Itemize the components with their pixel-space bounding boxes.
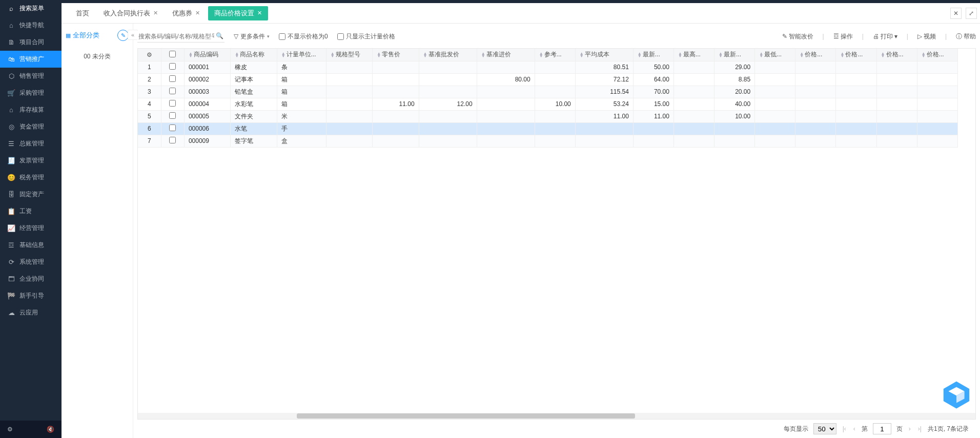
print-button[interactable]: 🖨打印▾ <box>873 32 897 41</box>
sort-icon[interactable]: ▲▼ <box>759 52 763 57</box>
sidebar-item-12[interactable]: 📋工资 <box>0 203 62 220</box>
sort-icon[interactable]: ▲▼ <box>281 52 285 57</box>
next-page-button[interactable]: › <box>908 425 912 432</box>
column-header[interactable]: ▲▼规格型号 <box>326 49 372 61</box>
column-header[interactable]: ▲▼最高... <box>673 49 714 61</box>
sort-icon[interactable]: ▲▼ <box>678 52 682 57</box>
sort-icon[interactable]: ▲▼ <box>800 52 804 57</box>
column-header[interactable]: ▲▼价格... <box>836 49 876 61</box>
sidebar-item-1[interactable]: ⌂快捷导航 <box>0 17 62 34</box>
tree-node[interactable]: 00 未分类 <box>66 52 129 61</box>
help-button[interactable]: ⓘ帮助 <box>956 32 976 41</box>
search-icon[interactable]: 🔍 <box>216 32 223 39</box>
sidebar-item-6[interactable]: ⌂库存核算 <box>0 101 62 118</box>
sort-icon[interactable]: ▲▼ <box>377 52 381 57</box>
sound-icon[interactable]: 🔇 <box>47 426 54 433</box>
sidebar-item-13[interactable]: 📈经营管理 <box>0 220 62 237</box>
tree-header[interactable]: 全部分类 <box>73 31 99 40</box>
close-all-tabs-button[interactable]: ✕ <box>950 8 962 19</box>
tab-1[interactable]: 收入合同执行表✕ <box>97 6 164 20</box>
perpage-select[interactable]: 50 <box>813 423 836 434</box>
horizontal-scrollbar[interactable] <box>138 413 975 419</box>
smart-price-button[interactable]: ✎智能改价 <box>782 32 813 41</box>
tab-close-icon[interactable]: ✕ <box>195 10 200 16</box>
sidebar-item-8[interactable]: ☰总账管理 <box>0 135 62 152</box>
column-header[interactable]: ▲▼计量单位... <box>277 49 326 61</box>
column-header[interactable]: ⚙ <box>138 49 161 61</box>
sort-icon[interactable]: ▲▼ <box>881 52 885 57</box>
column-header[interactable]: ▲▼价格... <box>917 49 957 61</box>
row-checkbox[interactable] <box>169 88 176 94</box>
column-header[interactable]: ▲▼参考... <box>535 49 575 61</box>
sidebar-item-18[interactable]: ☁云应用 <box>0 304 62 321</box>
tab-2[interactable]: 优惠券✕ <box>166 6 206 20</box>
sort-icon[interactable]: ▲▼ <box>580 52 584 57</box>
sort-icon[interactable]: ▲▼ <box>481 52 485 57</box>
row-checkbox[interactable] <box>169 100 176 107</box>
column-header[interactable]: ▲▼最新... <box>633 49 673 61</box>
tree-edit-icon[interactable]: ✎ <box>117 30 129 41</box>
row-checkbox[interactable] <box>169 124 176 131</box>
sort-icon[interactable]: ▲▼ <box>922 52 926 57</box>
column-header[interactable]: ▲▼零售价 <box>373 49 419 61</box>
video-button[interactable]: ▷视频 <box>917 32 936 41</box>
select-all-checkbox[interactable] <box>169 51 176 57</box>
sidebar-item-4[interactable]: ⬡销售管理 <box>0 68 62 85</box>
tree-collapse-button[interactable]: « <box>128 30 138 40</box>
sidebar-item-0[interactable]: ⌕搜索菜单 <box>0 0 62 17</box>
column-header[interactable]: ▲▼基准批发价 <box>419 49 477 61</box>
table-row[interactable]: 1000001橡皮条80.5150.0029.00 <box>138 61 958 73</box>
sidebar-item-2[interactable]: 🗎项目合同 <box>0 34 62 51</box>
search-input[interactable] <box>137 31 224 43</box>
prev-page-button[interactable]: ‹ <box>852 425 856 432</box>
sidebar-item-14[interactable]: ☲基础信息 <box>0 237 62 254</box>
tab-close-icon[interactable]: ✕ <box>257 10 262 16</box>
page-input[interactable] <box>873 423 891 434</box>
sort-icon[interactable]: ▲▼ <box>331 52 335 57</box>
sidebar-item-10[interactable]: 😊税务管理 <box>0 169 62 186</box>
column-header[interactable]: ▲▼最新... <box>714 49 755 61</box>
sidebar-item-3[interactable]: 🛍营销推广 <box>0 51 62 68</box>
column-header[interactable]: ▲▼基准进价 <box>477 49 535 61</box>
hide-zero-price-checkbox[interactable]: 不显示价格为0 <box>279 32 328 41</box>
sidebar-item-5[interactable]: 🛒采购管理 <box>0 85 62 101</box>
expand-button[interactable]: ⤢ <box>966 8 977 19</box>
column-header[interactable]: ▲▼最低... <box>755 49 795 61</box>
sort-icon[interactable]: ▲▼ <box>539 52 543 57</box>
row-checkbox[interactable] <box>169 63 176 70</box>
sidebar-item-11[interactable]: 🗄固定资产 <box>0 186 62 203</box>
sidebar-item-16[interactable]: 🗔企业协同 <box>0 270 62 287</box>
column-header[interactable]: ▲▼价格... <box>876 49 917 61</box>
table-row[interactable]: 2000002记事本箱80.0072.1264.008.85 <box>138 73 958 86</box>
table-row[interactable]: 7000009签字笔盒 <box>138 135 958 147</box>
first-page-button[interactable]: |‹ <box>842 425 847 432</box>
table-row[interactable]: 6000006水笔手 <box>138 122 958 135</box>
table-row[interactable]: 5000005文件夹米11.0011.0010.00 <box>138 110 958 122</box>
sort-icon[interactable]: ▲▼ <box>719 52 723 57</box>
sidebar-item-7[interactable]: ◎资金管理 <box>0 118 62 135</box>
column-header[interactable]: ▲▼价格... <box>795 49 836 61</box>
sort-icon[interactable]: ▲▼ <box>840 52 844 57</box>
sidebar-item-15[interactable]: ⟳系统管理 <box>0 254 62 270</box>
sidebar-item-17[interactable]: 🏁新手引导 <box>0 287 62 304</box>
gear-icon[interactable]: ⚙ <box>147 51 152 58</box>
row-checkbox[interactable] <box>169 112 176 119</box>
sort-icon[interactable]: ▲▼ <box>423 52 427 57</box>
row-checkbox[interactable] <box>169 137 176 143</box>
settings-icon[interactable]: ⚙ <box>7 426 13 433</box>
row-checkbox[interactable] <box>169 75 176 82</box>
assistant-floater[interactable] <box>941 380 972 410</box>
tab-3[interactable]: 商品价格设置✕ <box>208 6 268 20</box>
column-header[interactable]: ▲▼商品名称 <box>231 49 277 61</box>
column-header[interactable]: ▲▼平均成本 <box>575 49 633 61</box>
table-row[interactable]: 4000004水彩笔箱11.0012.0010.0053.2415.0040.0… <box>138 98 958 110</box>
only-main-unit-checkbox[interactable]: 只显示主计量价格 <box>337 32 395 41</box>
operations-button[interactable]: ☲操作 <box>833 32 853 41</box>
table-row[interactable]: 3000003铅笔盒箱115.5470.0020.00 <box>138 86 958 98</box>
sort-icon[interactable]: ▲▼ <box>638 52 642 57</box>
sort-icon[interactable]: ▲▼ <box>189 52 193 57</box>
column-header[interactable] <box>161 49 184 61</box>
tab-close-icon[interactable]: ✕ <box>153 10 158 16</box>
last-page-button[interactable]: ›| <box>917 425 923 432</box>
tab-0[interactable]: 首页 <box>70 6 95 20</box>
